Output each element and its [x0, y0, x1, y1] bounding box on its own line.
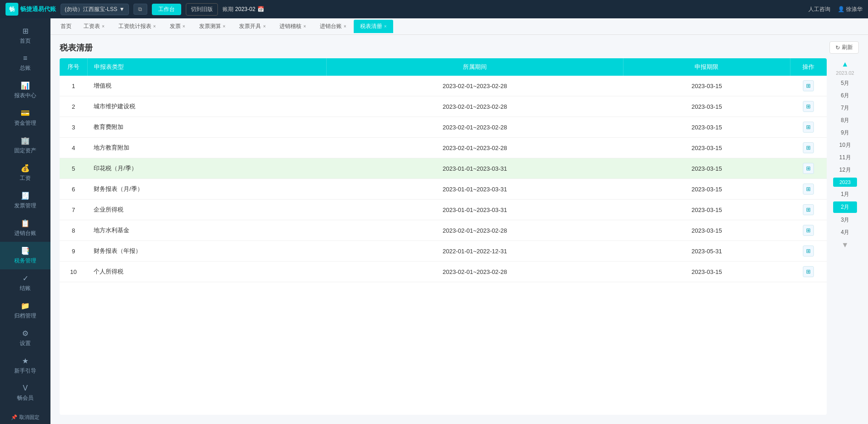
cell-action: ⊞	[790, 262, 827, 282]
table-row: 7 企业所得税 2023-01-01~2023-03-31 2023-03-15…	[60, 200, 827, 220]
action-view-button[interactable]: ⊞	[803, 184, 814, 195]
action-view-button[interactable]: ⊞	[803, 245, 814, 257]
page-title: 税表清册	[60, 42, 93, 53]
cell-type: 地方水利基金	[87, 220, 326, 241]
sidebar-item-settings[interactable]: ⚙ 设置	[0, 324, 50, 352]
copy-button[interactable]: ⧉	[134, 4, 147, 15]
tab-invoice-open[interactable]: 发票开具 ×	[233, 20, 272, 33]
page-content: 税表清册 ↻ 刷新 序号 申报表类型	[50, 35, 868, 424]
user-info[interactable]: 👤 徐涤华	[838, 6, 862, 13]
switch-button[interactable]: 切到旧版	[186, 3, 218, 16]
close-salary-table[interactable]: ×	[102, 24, 105, 29]
close-tax-list[interactable]: ×	[384, 24, 387, 29]
ai-consult[interactable]: 人工咨询	[808, 6, 830, 13]
month-7[interactable]: 7月	[831, 102, 859, 114]
action-view-button[interactable]: ⊞	[803, 163, 814, 174]
page-header: 税表清册 ↻ 刷新	[50, 35, 868, 58]
close-invoice-calc[interactable]: ×	[223, 24, 226, 29]
tab-salary-table[interactable]: 工资表 ×	[77, 20, 111, 33]
dropdown-icon: ▼	[119, 6, 125, 12]
workspace-button[interactable]: 工作台	[152, 4, 181, 15]
month-6[interactable]: 6月	[831, 90, 859, 101]
table-row: 3 教育费附加 2023-02-01~2023-02-28 2023-03-15…	[60, 117, 827, 138]
tab-purchase-check[interactable]: 进销稽核 ×	[273, 20, 312, 33]
col-type: 申报表类型	[87, 58, 326, 76]
cell-deadline: 2023-03-15	[623, 96, 790, 117]
sidebar-item-guide[interactable]: ★ 新手引导	[0, 352, 50, 379]
month-8[interactable]: 8月	[831, 115, 859, 126]
sidebar-item-salary[interactable]: 💰 工资	[0, 159, 50, 187]
close-purchase-check[interactable]: ×	[303, 24, 306, 29]
sidebar-bottom: 📌 取消固定	[0, 407, 50, 424]
table-row: 1 增值税 2023-02-01~2023-02-28 2023-03-15 ⊞	[60, 76, 827, 96]
date-nav-down[interactable]: ▼	[841, 241, 849, 249]
month-4[interactable]: 4月	[831, 227, 859, 238]
action-view-button[interactable]: ⊞	[803, 122, 814, 133]
sidebar-label-guide: 新手引导	[14, 367, 36, 375]
sidebar-item-archive[interactable]: 📁 归档管理	[0, 297, 50, 324]
month-5[interactable]: 5月	[831, 78, 859, 89]
sidebar-label-home: 首页	[20, 37, 31, 45]
action-view-button[interactable]: ⊞	[803, 80, 814, 91]
sidebar-item-fund[interactable]: 💳 资金管理	[0, 104, 50, 132]
close-invoice-open[interactable]: ×	[263, 24, 266, 29]
action-view-button[interactable]: ⊞	[803, 266, 814, 277]
salary-icon: 💰	[21, 164, 30, 173]
cell-action: ⊞	[790, 179, 827, 200]
cell-action: ⊞	[790, 241, 827, 262]
user-icon: 👤	[838, 6, 845, 12]
sidebar-item-tax[interactable]: 📑 税务管理	[0, 242, 50, 269]
tab-invoice[interactable]: 发票 ×	[163, 20, 192, 33]
cell-action: ⊞	[790, 117, 827, 138]
invoice-icon: 🧾	[21, 191, 30, 200]
cell-deadline: 2023-03-15	[623, 179, 790, 200]
cell-seq: 4	[60, 138, 87, 158]
tab-home[interactable]: 首页	[56, 20, 76, 33]
month-9[interactable]: 9月	[831, 127, 859, 139]
cell-period: 2023-02-01~2023-02-28	[326, 220, 623, 241]
action-view-button[interactable]: ⊞	[803, 101, 814, 112]
action-view-button[interactable]: ⊞	[803, 225, 814, 236]
tab-invoice-calc[interactable]: 发票测算 ×	[193, 20, 232, 33]
cell-type: 财务报表（年报）	[87, 241, 326, 262]
cell-deadline: 2023-05-31	[623, 241, 790, 262]
cell-deadline: 2023-03-15	[623, 158, 790, 179]
cell-deadline: 2023-03-15	[623, 138, 790, 158]
sidebar-item-home[interactable]: ⊞ 首页	[0, 22, 50, 50]
close-purchase-ledger[interactable]: ×	[344, 24, 346, 29]
month-11[interactable]: 11月	[831, 152, 859, 163]
date-nav-up[interactable]: ▲	[841, 60, 849, 68]
month-12[interactable]: 12月	[831, 164, 859, 176]
refresh-button[interactable]: ↻ 刷新	[829, 41, 859, 54]
calendar-icon[interactable]: 📅	[257, 6, 264, 12]
close-invoice[interactable]: ×	[183, 24, 185, 29]
sidebar-label-fixed: 固定资产	[14, 147, 36, 155]
sidebar-item-invoice[interactable]: 🧾 发票管理	[0, 187, 50, 214]
sidebar-item-vip[interactable]: V 畅会员	[0, 379, 50, 407]
month-10[interactable]: 10月	[831, 139, 859, 151]
cell-period: 2023-02-01~2023-02-28	[326, 76, 623, 96]
tab-purchase-ledger[interactable]: 进销台账 ×	[313, 20, 353, 33]
sidebar-item-report[interactable]: 📊 报表中心	[0, 77, 50, 104]
sidebar-item-fixed[interactable]: 🏢 固定资产	[0, 132, 50, 159]
company-selector[interactable]: (勿动）江西服宝-LSS ▼	[61, 4, 129, 15]
tab-tax-list[interactable]: 税表清册 ×	[354, 20, 393, 33]
cell-deadline: 2023-03-15	[623, 117, 790, 138]
action-view-button[interactable]: ⊞	[803, 142, 814, 153]
year-2023[interactable]: 2023	[833, 178, 857, 187]
close-salary-stat[interactable]: ×	[153, 24, 156, 29]
tab-salary-stat[interactable]: 工资统计报表 ×	[112, 20, 162, 33]
table-row: 8 地方水利基金 2023-02-01~2023-02-28 2023-03-1…	[60, 220, 827, 241]
month-3[interactable]: 3月	[831, 214, 859, 226]
sidebar-label-settings: 设置	[20, 340, 31, 347]
sidebar-item-settle[interactable]: ✓ 结账	[0, 269, 50, 297]
app-name: 畅捷通易代账	[20, 5, 56, 13]
month-2-active[interactable]: 2月	[833, 201, 857, 213]
sidebar-item-ledger[interactable]: ≡ 总账	[0, 50, 50, 77]
action-view-button[interactable]: ⊞	[803, 204, 814, 215]
sidebar-item-purchase-sales[interactable]: 📋 进销台账	[0, 214, 50, 242]
month-1[interactable]: 1月	[831, 189, 859, 200]
unpin-button[interactable]: 📌 取消固定	[11, 411, 39, 424]
cell-period: 2023-02-01~2023-02-28	[326, 117, 623, 138]
cell-period: 2023-01-01~2023-03-31	[326, 158, 623, 179]
